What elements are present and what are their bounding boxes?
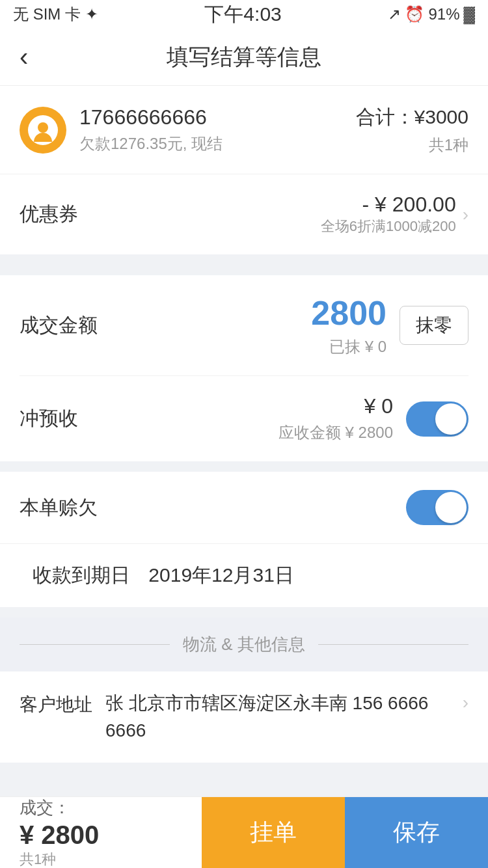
customer-debt: 欠款1276.35元, 现结: [79, 133, 356, 154]
status-time: 下午4:03: [204, 1, 281, 28]
date-row: 收款到期日 2019年12月31日: [0, 543, 488, 607]
customer-row: 17666666666 欠款1276.35元, 现结 合计：¥3000 共1种: [0, 86, 488, 174]
debt-toggle-knob: [435, 492, 467, 523]
total-value: ¥3000: [414, 106, 468, 128]
bottom-deal-amount: ¥ 2800: [20, 821, 182, 850]
bottom-bar: 成交： ¥ 2800 共1种 挂单 保存: [0, 796, 488, 868]
avatar: [20, 107, 66, 154]
prepay-sub: 应收金额 ¥ 2800: [278, 422, 393, 443]
date-label: 收款到期日: [33, 564, 130, 586]
alarm-icon: ⏰: [405, 5, 424, 23]
customer-section: 17666666666 欠款1276.35元, 现结 合计：¥3000 共1种 …: [0, 86, 488, 254]
coupon-label: 优惠券: [20, 201, 78, 228]
page-title: 填写结算等信息: [167, 42, 321, 72]
bottom-deal-label: 成交：: [20, 796, 182, 819]
status-bar: 无 SIM 卡 ✦ 下午4:03 ↗ ⏰ 91% ▓: [0, 0, 488, 29]
deal-amount-label: 成交金额: [20, 312, 98, 339]
chevron-right-icon: ›: [463, 204, 468, 225]
total-label: 合计：: [356, 106, 414, 128]
address-row[interactable]: 客户地址 张 北京市市辖区海淀区永丰南 156 6666 6666 ›: [0, 671, 488, 763]
logistics-text: 物流 & 其他信息: [170, 633, 318, 656]
address-chevron-icon: ›: [463, 690, 468, 713]
coupon-desc: 全场6折满1000减200: [321, 217, 456, 236]
save-button[interactable]: 保存: [345, 797, 488, 869]
prepay-toggle[interactable]: [406, 401, 468, 437]
customer-phone: 17666666666: [79, 105, 356, 129]
debt-toggle[interactable]: [406, 490, 468, 525]
bottom-info: 成交： ¥ 2800 共1种: [0, 796, 202, 869]
battery-level: 91%: [428, 5, 459, 23]
customer-info: 17666666666 欠款1276.35元, 现结: [79, 105, 356, 154]
battery-icon: ▓: [463, 5, 475, 23]
amount-col: 2800 已抹 ¥ 0: [311, 293, 386, 357]
address-content: 张 北京市市辖区海淀区永丰南 156 6666 6666: [105, 690, 463, 744]
debt-label: 本单赊欠: [20, 495, 98, 521]
coupon-discount: - ¥ 200.00: [321, 193, 456, 217]
location-icon: ↗: [388, 5, 401, 23]
amount-section: 成交金额 2800 已抹 ¥ 0 抹零 冲预收 ¥ 0 应收金额 ¥ 2800: [0, 275, 488, 461]
logistics-line-left: [20, 644, 170, 645]
coupon-row[interactable]: 优惠券 - ¥ 200.00 全场6折满1000减200 ›: [0, 174, 488, 254]
debt-section: 本单赊欠: [0, 472, 488, 543]
deal-amount-row: 成交金额 2800 已抹 ¥ 0 抹零: [20, 275, 468, 376]
avatar-icon: [28, 115, 58, 145]
address-label: 客户地址: [20, 690, 92, 717]
prepay-amount: ¥ 0: [278, 394, 393, 418]
prepay-row: 冲预收 ¥ 0 应收金额 ¥ 2800: [20, 376, 468, 461]
toggle-knob: [435, 403, 467, 435]
round-button[interactable]: 抹零: [400, 306, 468, 345]
coupon-right: - ¥ 200.00 全场6折满1000减200 ›: [321, 193, 468, 236]
prepay-right: ¥ 0 应收金额 ¥ 2800: [278, 394, 468, 443]
nav-bar: ‹ 填写结算等信息: [0, 29, 488, 86]
total-amount: 合计：¥3000: [356, 104, 468, 131]
logistics-divider: 物流 & 其他信息: [0, 617, 488, 671]
prepay-label: 冲预收: [20, 405, 78, 432]
divider-1: [0, 265, 488, 275]
divider-2: [0, 461, 488, 472]
status-right: ↗ ⏰ 91% ▓: [388, 5, 475, 23]
customer-total: 合计：¥3000 共1种: [356, 104, 468, 156]
deal-amount-right: 2800 已抹 ¥ 0 抹零: [311, 293, 468, 357]
status-left: 无 SIM 卡 ✦: [13, 4, 98, 25]
prepay-values: ¥ 0 应收金额 ¥ 2800: [278, 394, 393, 443]
already-rounded: 已抹 ¥ 0: [311, 336, 386, 357]
deal-amount-value: 2800: [311, 293, 386, 332]
total-count: 共1种: [356, 135, 468, 156]
logistics-line-right: [318, 644, 468, 645]
divider-3: [0, 607, 488, 617]
svg-point-0: [38, 122, 48, 133]
bottom-deal-count: 共1种: [20, 850, 182, 869]
sim-status: 无 SIM 卡 ✦: [13, 4, 98, 25]
back-button[interactable]: ‹: [20, 42, 28, 72]
pending-button[interactable]: 挂单: [202, 797, 345, 869]
date-value: 2019年12月31日: [148, 564, 293, 586]
